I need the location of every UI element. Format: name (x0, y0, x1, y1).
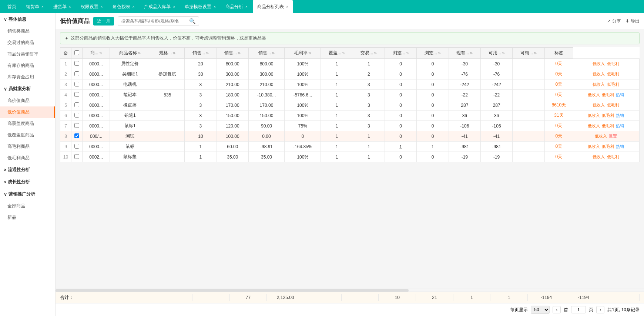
row-name[interactable]: 笔记本 (110, 90, 150, 100)
row-sale1: 120.00 (217, 121, 248, 131)
row-checkbox-cell[interactable] (71, 152, 83, 162)
sort-icon-stock3[interactable]: ⇅ (534, 51, 537, 55)
select-all-checkbox[interactable] (74, 50, 79, 55)
sort-icon-gross[interactable]: ⇅ (308, 51, 311, 55)
sort-icon-spec[interactable]: ⇅ (172, 51, 175, 55)
sidebar-item-high-value[interactable]: 高价值商品 (0, 95, 55, 106)
row-checkbox-cell[interactable] (71, 79, 83, 90)
row-name[interactable]: 鼠标 (110, 142, 150, 152)
th-gear[interactable]: ⚙ (60, 48, 71, 59)
nav-product-analysis-list[interactable]: 商品分析列表 × (253, 0, 293, 13)
nav-sales-order[interactable]: 销货单 × (21, 0, 48, 13)
nav-close-template[interactable]: × (214, 5, 216, 9)
row-name[interactable]: 电话机 (110, 79, 150, 90)
row-name[interactable]: 橡皮擦 (110, 100, 150, 111)
row-checkbox[interactable] (74, 133, 79, 138)
sidebar-section-financial[interactable]: ∨ 员财案分析 (0, 83, 55, 95)
sidebar-section-circulation[interactable]: > 流通性分析 (0, 164, 55, 176)
sort-icon-sale2[interactable]: ⇅ (272, 51, 275, 55)
sidebar-item-high-coverage[interactable]: 高覆盖度商品 (0, 118, 55, 129)
filter-recent-month-button[interactable]: 近一月 (93, 17, 114, 26)
sidebar-section-overview[interactable]: ∨ 整体信息 (0, 13, 55, 26)
row-checkbox-cell[interactable] (71, 69, 83, 79)
first-page-button[interactable]: ‹ (553, 306, 561, 313)
sidebar-item-sales-products[interactable]: 销售类商品 (0, 26, 55, 37)
per-page-select[interactable]: 50 100 200 (531, 306, 550, 314)
row-checkbox[interactable] (74, 61, 79, 66)
row-cover: 1 (353, 59, 385, 69)
sort-icon-code[interactable]: ⇅ (99, 51, 102, 55)
sort-icon-cover[interactable]: ⇅ (342, 51, 345, 55)
row-checkbox-cell[interactable] (71, 59, 83, 69)
nav-permission-settings[interactable]: 权限设置 × (76, 0, 107, 13)
nav-home[interactable]: 首页 (3, 0, 21, 13)
row-checkbox-cell[interactable] (71, 131, 83, 142)
nav-close-perm[interactable]: × (101, 5, 103, 9)
page-input[interactable] (571, 306, 586, 313)
nav-purchase-order[interactable]: 进货单 × (49, 0, 76, 13)
table-footer: 合计： 77 2,125.00 10 21 1 1 -1194 -1194 (56, 292, 644, 303)
sort-icon-browse1[interactable]: ⇅ (406, 51, 409, 55)
nav-close-sales[interactable]: × (41, 5, 44, 9)
nav-close-role[interactable]: × (133, 5, 135, 9)
nav-product-entry[interactable]: 产成品入库单 × (140, 0, 180, 13)
nav-close-analysis-list[interactable]: × (286, 5, 288, 9)
sort-icon-stock2[interactable]: ⇅ (502, 51, 505, 55)
horizontal-scrollbar[interactable] (56, 289, 644, 292)
nav-close-purchase[interactable]: × (69, 5, 71, 9)
table-row: 4 0000... 笔记本 535 3 180.00 -10,380... -5… (60, 90, 640, 100)
row-name[interactable]: 测试 (110, 131, 150, 142)
sort-icon-name[interactable]: ⇅ (138, 51, 141, 55)
nav-close-analysis[interactable]: × (245, 5, 248, 9)
nav-template-settings[interactable]: 单据模板设置 × (180, 0, 220, 13)
row-checkbox[interactable] (74, 102, 79, 107)
sidebar-item-inventory-capital[interactable]: 库存资金占用 (0, 71, 55, 83)
sort-icon-sale-qty[interactable]: ⇅ (206, 51, 209, 55)
sort-icon-sale1[interactable]: ⇅ (238, 51, 241, 55)
search-icon[interactable]: 🔍 (189, 18, 195, 24)
sidebar-item-new-products[interactable]: 新品 (0, 212, 55, 223)
nav-product-analysis[interactable]: 商品分析 × (221, 0, 252, 13)
row-name[interactable]: 属性定价 (110, 59, 150, 69)
row-checkbox[interactable] (74, 92, 79, 97)
row-checkbox-cell[interactable] (71, 121, 83, 131)
sidebar-item-category-sales-rate[interactable]: 商品分类销售率 (0, 48, 55, 60)
row-name[interactable]: 鼠标1 (110, 121, 150, 131)
row-name[interactable]: 吴细细1 (110, 69, 150, 79)
sidebar-item-inventory-products[interactable]: 有库存的商品 (0, 60, 55, 71)
sidebar-item-low-coverage[interactable]: 低覆盖度商品 (0, 129, 55, 141)
row-checkbox[interactable] (74, 154, 79, 159)
sidebar-section-marketing[interactable]: ∨ 营销推广分析 (0, 188, 55, 200)
sidebar-item-low-value[interactable]: 低价值商品 (0, 106, 55, 118)
info-banner: ✦ 这部分商品的销售收入大幅低于商品平均销售收入，价值不高，可考虑调整营销策略，… (60, 32, 640, 44)
next-page-button[interactable]: › (596, 306, 604, 313)
row-name[interactable]: 铅笔1 (110, 111, 150, 121)
row-checkbox-cell[interactable] (71, 100, 83, 111)
nav-close-product-entry[interactable]: × (173, 5, 175, 9)
row-checkbox[interactable] (74, 113, 79, 118)
sort-icon-stock1[interactable]: ⇅ (470, 51, 473, 55)
row-checkbox[interactable] (74, 123, 79, 128)
sidebar-item-traded-products[interactable]: 交易过的商品 (0, 37, 55, 48)
row-checkbox-cell[interactable] (71, 111, 83, 121)
sidebar-item-high-profit[interactable]: 高毛利商品 (0, 141, 55, 152)
export-button[interactable]: ⬇ 导出 (625, 18, 640, 24)
sidebar-item-low-profit[interactable]: 低毛利商品 (0, 152, 55, 164)
sidebar-item-all-products[interactable]: 全部商品 (0, 200, 55, 212)
share-button[interactable]: ↗ 分享 (607, 18, 621, 24)
row-name[interactable]: 鼠标垫 (110, 152, 150, 162)
row-checkbox[interactable] (74, 144, 79, 149)
row-checkbox-cell[interactable] (71, 90, 83, 100)
gear-icon[interactable]: ⚙ (63, 50, 68, 56)
search-input[interactable] (121, 18, 188, 24)
sort-icon-trade[interactable]: ⇅ (374, 51, 377, 55)
th-checkbox[interactable] (71, 48, 83, 59)
row-checkbox-cell[interactable] (71, 142, 83, 152)
row-checkbox[interactable] (74, 71, 79, 76)
row-cover: 3 (353, 79, 385, 90)
row-checkbox[interactable] (74, 82, 79, 86)
sort-icon-browse2[interactable]: ⇅ (438, 51, 441, 55)
row-sale3: 100% (285, 69, 321, 79)
nav-role-auth[interactable]: 角色授权 × (108, 0, 139, 13)
sidebar-section-growth[interactable]: > 成长性分析 (0, 176, 55, 188)
